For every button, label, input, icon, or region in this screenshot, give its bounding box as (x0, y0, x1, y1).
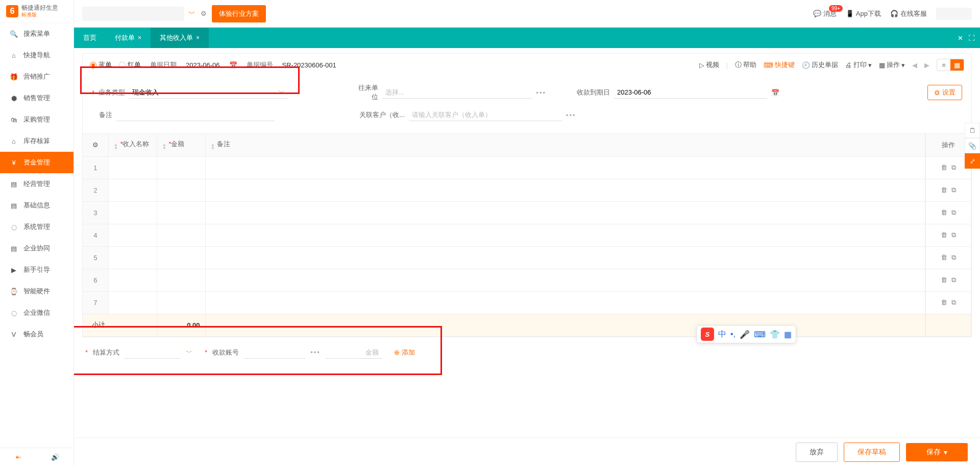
next-doc-button[interactable]: ▶ (924, 61, 929, 69)
due-input[interactable] (614, 86, 767, 99)
radio-blue[interactable]: 蓝单 (90, 60, 112, 69)
ime-bar[interactable]: S 中 •, 🎤 ⌨ 👕 ▦ (696, 325, 796, 343)
ime-keyboard-icon[interactable]: ⌨ (754, 330, 766, 339)
tab-close-all-button[interactable]: ✕ (958, 34, 963, 42)
col-settings-button[interactable]: ⚙ (83, 134, 108, 156)
settle-amount-input[interactable] (326, 346, 382, 359)
row-copy-button[interactable]: ⧉ (951, 276, 956, 284)
sidebar-item-11[interactable]: ▶新手引导 (0, 259, 74, 281)
calendar-icon[interactable]: 📅 (771, 89, 779, 97)
radio-red[interactable]: 红单 (119, 60, 141, 69)
row-copy-button[interactable]: ⧉ (951, 231, 956, 239)
row-copy-button[interactable]: ⧉ (951, 208, 956, 216)
collapse-button[interactable]: ⇤ (0, 448, 37, 466)
biztype-input[interactable] (129, 86, 287, 99)
tab-close-icon[interactable]: × (138, 34, 141, 41)
ime-mic-icon[interactable]: 🎤 (740, 330, 750, 339)
ime-lang[interactable]: 中 (718, 329, 726, 340)
sidebar-item-1[interactable]: ⌂快捷导航 (0, 44, 74, 66)
save-draft-button[interactable]: 保存草稿 (844, 442, 900, 462)
table-row[interactable]: 3 (83, 201, 925, 224)
save-button[interactable]: 保存 ▾ (906, 443, 968, 461)
sidebar-item-5[interactable]: ⌂库存核算 (0, 130, 74, 152)
relcust-input[interactable] (409, 109, 562, 121)
operate-button[interactable]: ▦ 操作 ▾ (879, 60, 905, 69)
trial-button[interactable]: 体验行业方案 (212, 5, 266, 22)
col-remark[interactable]: ▲▼备注 (205, 134, 925, 156)
sidebar-item-7[interactable]: ▤经营管理 (0, 173, 74, 195)
sidebar-item-2[interactable]: 🎁营销推广 (0, 66, 74, 87)
tab-1[interactable]: 付款单× (106, 28, 151, 48)
sidebar-item-6[interactable]: ¥资金管理 (0, 152, 74, 173)
ime-skin-icon[interactable]: 👕 (770, 330, 780, 339)
support-link[interactable]: 🎧 在线客服 (890, 9, 927, 18)
row-delete-button[interactable]: 🗑 (941, 231, 947, 239)
row-delete-button[interactable]: 🗑 (941, 186, 947, 194)
row-delete-button[interactable]: 🗑 (941, 208, 947, 216)
relcust-more-button[interactable]: ••• (566, 111, 576, 119)
row-delete-button[interactable]: 🗑 (941, 253, 947, 261)
tab-close-icon[interactable]: × (196, 34, 200, 41)
history-button[interactable]: 🕘 历史单据 (802, 60, 838, 69)
table-row[interactable]: 4 (83, 224, 925, 246)
view-list-button[interactable]: ≡ (937, 59, 950, 71)
row-copy-button[interactable]: ⧉ (951, 298, 956, 306)
video-button[interactable]: ▷ 视频 (699, 60, 719, 69)
add-settle-button[interactable]: ⊕添加 (394, 348, 415, 357)
settings-button[interactable]: ⚙ 设置 (927, 85, 962, 100)
help-button[interactable]: ⓘ 帮助 (735, 60, 756, 69)
gear-icon[interactable]: ⚙ (201, 10, 207, 17)
date-value[interactable]: 2023-06-06 (186, 61, 220, 69)
party-input[interactable] (382, 86, 532, 99)
col-income[interactable]: ▲▼*收入名称 (108, 134, 157, 156)
ime-punct[interactable]: •, (730, 330, 736, 339)
app-download-link[interactable]: 📱 App下载 (846, 9, 881, 18)
tool-expand-button[interactable]: ⤢ (965, 153, 980, 169)
sidebar-item-8[interactable]: ▤基础信息 (0, 195, 74, 216)
sound-button[interactable]: 🔊 (37, 448, 74, 466)
party-more-button[interactable]: ••• (536, 89, 546, 97)
tab-0[interactable]: 首页 (74, 28, 106, 48)
sidebar-item-9[interactable]: ◌系统管理 (0, 216, 74, 238)
sidebar-item-0[interactable]: 🔍搜索菜单 (0, 23, 74, 44)
radio-blue-label: 蓝单 (99, 60, 112, 69)
row-copy-button[interactable]: ⧉ (951, 253, 956, 261)
view-card-button[interactable]: ▦ (950, 59, 964, 71)
remark-input[interactable] (116, 109, 275, 121)
chevron-down-icon[interactable]: ﹀ (278, 88, 285, 97)
settle-account-more-button[interactable]: ••• (310, 348, 321, 356)
sidebar-item-4[interactable]: 🛍采购管理 (0, 109, 74, 130)
row-delete-button[interactable]: 🗑 (941, 276, 947, 284)
print-button[interactable]: 🖨 打印 ▾ (845, 60, 872, 69)
company-selector[interactable]: ﹀ (82, 7, 195, 21)
chevron-down-icon[interactable]: ﹀ (186, 348, 192, 357)
sidebar-item-14[interactable]: V畅会员 (0, 323, 74, 345)
sidebar-item-10[interactable]: ▤企业协同 (0, 238, 74, 259)
sidebar-item-12[interactable]: ⌚智能硬件 (0, 281, 74, 302)
prev-doc-button[interactable]: ◀ (912, 61, 917, 69)
fullscreen-button[interactable]: ⛶ (968, 34, 975, 42)
sidebar-item-3[interactable]: ⬢销售管理 (0, 87, 74, 109)
table-row[interactable]: 7 (83, 291, 925, 314)
tool-note-button[interactable]: 🗒 (965, 123, 980, 138)
hotkey-button[interactable]: ⌨ 快捷键 (764, 60, 795, 69)
table-row[interactable]: 2 (83, 179, 925, 201)
row-delete-button[interactable]: 🗑 (941, 298, 947, 306)
row-copy-button[interactable]: ⧉ (951, 164, 956, 171)
discard-button[interactable]: 放弃 (796, 442, 838, 462)
settle-account-input[interactable] (244, 346, 305, 359)
sidebar-item-13[interactable]: ◌企业微信 (0, 302, 74, 323)
calendar-icon[interactable]: 📅 (229, 61, 237, 69)
col-amount[interactable]: ▲▼*金额 (157, 134, 205, 156)
table-row[interactable]: 6 (83, 269, 925, 291)
settle-method-input[interactable] (125, 346, 181, 359)
tool-attach-button[interactable]: 📎 (965, 138, 980, 153)
tab-2[interactable]: 其他收入单× (151, 28, 209, 48)
table-row[interactable]: 1 (83, 156, 925, 179)
ime-toolbox-icon[interactable]: ▦ (784, 330, 792, 339)
messages-link[interactable]: 💬 消息 99+ (813, 9, 837, 18)
user-menu[interactable] (936, 8, 972, 20)
row-delete-button[interactable]: 🗑 (941, 164, 947, 171)
row-copy-button[interactable]: ⧉ (951, 186, 956, 194)
table-row[interactable]: 5 (83, 246, 925, 269)
